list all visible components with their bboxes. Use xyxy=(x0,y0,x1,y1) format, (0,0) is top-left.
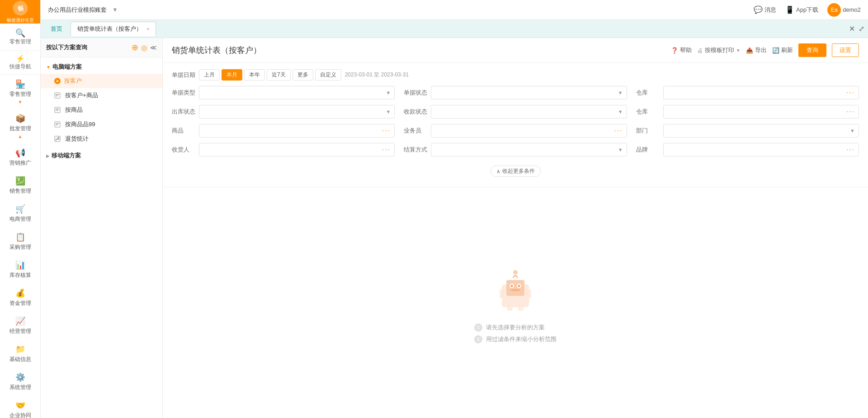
product-label: 商品 xyxy=(172,127,199,135)
operations-icon: 📈 xyxy=(15,316,25,326)
marketing-label: 营销推广 xyxy=(9,159,31,167)
last-month-button[interactable]: 上月 xyxy=(199,69,220,81)
left-panel-title: 按以下方案查询 xyxy=(46,43,87,52)
inventory-icon: 📊 xyxy=(15,260,25,270)
tab-sales-stats[interactable]: 销货单统计表（按客户） × xyxy=(71,22,156,36)
payment-method-select[interactable]: ▼ xyxy=(431,143,627,157)
svg-rect-3 xyxy=(56,94,59,95)
out-status-filter: 出库状态 ▼ xyxy=(172,105,395,119)
sidebar-item-sales[interactable]: 💹 销售管理 xyxy=(0,171,40,200)
settings-button[interactable]: 设置 xyxy=(832,43,859,57)
help-button[interactable]: ❓ 帮助 xyxy=(671,46,692,54)
sidebar-item-inventory[interactable]: 📊 库存核算 xyxy=(0,256,40,284)
out-status-label: 出库状态 xyxy=(172,108,199,116)
payment-method-chevron: ▼ xyxy=(618,147,623,152)
by-customer-dot: ● xyxy=(54,78,61,84)
salesperson-select[interactable]: ··· xyxy=(431,124,627,138)
svg-rect-22 xyxy=(500,289,503,298)
by-product-icon xyxy=(54,107,61,113)
ecommerce-label: 电商管理 xyxy=(9,215,31,223)
sidebar-item-basic[interactable]: 📁 基础信息 xyxy=(0,340,40,368)
payment-status-chevron: ▼ xyxy=(618,109,623,114)
collapse-filter-button[interactable]: ∧ 收起更多条件 xyxy=(491,166,541,177)
sidebar-item-operations[interactable]: 📈 经营管理 xyxy=(0,312,40,340)
sidebar-item-enterprise[interactable]: 🤝 企业协同 xyxy=(0,396,40,418)
sidebar-item-purchase[interactable]: 📋 采购管理 xyxy=(0,228,40,256)
sidebar-item-wholesale[interactable]: 📦 批发管理 ▲ xyxy=(0,109,40,143)
by-product-label: 按商品 xyxy=(65,106,83,114)
order-status-filter: 单据状态 ▼ xyxy=(404,86,627,100)
tree-item-by-product-99[interactable]: 按商品品99 xyxy=(41,117,162,132)
svg-point-20 xyxy=(518,285,520,287)
sidebar-item-finance[interactable]: 💰 资金管理 xyxy=(0,284,40,312)
sidebar-logo[interactable]: 畅 畅捷通好生意 xyxy=(0,0,41,24)
collapse-panel-button[interactable]: ≪ xyxy=(150,44,157,51)
right-panel: 销货单统计表（按客户） ❓ 帮助 🖨 按模板打印 ▼ 📤 导出 xyxy=(163,38,868,418)
tree-item-by-product[interactable]: 按商品 xyxy=(41,103,162,117)
export-button[interactable]: 📤 导出 xyxy=(746,46,767,54)
add-scheme-button[interactable]: ⊕ xyxy=(132,43,138,52)
sidebar-item-marketing[interactable]: 📢 营销推广 xyxy=(0,143,40,171)
payment-status-label: 收款状态 xyxy=(404,108,431,116)
department-label: 部门 xyxy=(636,127,663,135)
this-year-button[interactable]: 本年 xyxy=(244,69,265,81)
setting-scheme-button[interactable]: ◎ xyxy=(141,43,147,52)
retail-label: 零售管理 xyxy=(9,90,31,98)
brand-select[interactable]: ··· xyxy=(663,143,859,157)
sidebar-item-system[interactable]: ⚙️ 系统管理 xyxy=(0,368,40,396)
main-area: 办公用品行业模拟账套 ▼ 💬 消息 📱 App下载 Ea demo2 首页 xyxy=(41,0,868,418)
tab-close-button[interactable]: × xyxy=(146,26,149,32)
print-button[interactable]: 🖨 按模板打印 ▼ xyxy=(697,46,741,54)
finance-icon: 💰 xyxy=(15,288,25,298)
app-download-button[interactable]: 📱 App下载 xyxy=(785,5,818,14)
more-date-button[interactable]: 更多 xyxy=(292,69,313,81)
query-button[interactable]: 查询 xyxy=(798,43,826,57)
refresh-button[interactable]: 🔄 刷新 xyxy=(772,46,793,54)
order-status-label: 单据状态 xyxy=(404,89,431,97)
tree-item-return-stats[interactable]: 退货统计 xyxy=(41,132,162,146)
header-left: 办公用品行业模拟账套 ▼ xyxy=(48,6,118,14)
avatar-text: Ea xyxy=(831,7,838,13)
sidebar-search-nav[interactable]: 🔍 零售管理 xyxy=(0,24,40,51)
order-type-chevron: ▼ xyxy=(386,90,391,95)
by-customer-label: 按客户 xyxy=(64,77,82,85)
receiver-select[interactable]: ··· xyxy=(199,143,395,157)
tree-item-by-customer[interactable]: ● 按客户 xyxy=(41,74,162,88)
message-label: 消息 xyxy=(764,6,776,14)
desktop-group-header[interactable]: ▼ 电脑端方案 xyxy=(41,60,162,74)
product-filter: 商品 ··· xyxy=(172,124,395,138)
sidebar-item-ecommerce[interactable]: 🛒 电商管理 xyxy=(0,200,40,228)
quick-nav[interactable]: ⚡ 快捷导航 xyxy=(0,51,40,75)
export-icon: 📤 xyxy=(746,47,753,54)
payment-status-select[interactable]: ▼ xyxy=(431,105,627,119)
logo-icon: 畅 xyxy=(12,0,28,16)
export-label: 导出 xyxy=(755,46,767,54)
page-title: 销货单统计表（按客户） xyxy=(172,45,261,56)
tab-maximize-button[interactable]: ⤢ xyxy=(859,24,864,33)
filter-area: 单据日期 上月 本月 本年 近7天 更多 自定义 2023-03-01 至 20… xyxy=(163,63,868,187)
date-filter-row: 单据日期 上月 本月 本年 近7天 更多 自定义 2023-03-01 至 20… xyxy=(172,69,859,81)
order-type-select[interactable]: ▼ xyxy=(199,86,395,100)
retail-icon: 🏪 xyxy=(15,79,25,89)
warehouse-label: 仓库 xyxy=(636,89,663,97)
mobile-group-header[interactable]: ▶ 移动端方案 xyxy=(41,149,162,162)
sidebar-item-retail[interactable]: 🏪 零售管理 ▼ xyxy=(0,75,40,109)
tab-home[interactable]: 首页 xyxy=(44,22,69,36)
header-dropdown-icon[interactable]: ▼ xyxy=(112,6,118,13)
filter-row-1: 单据类型 ▼ 单据状态 ▼ 仓库 xyxy=(172,86,859,100)
warehouse-select-2[interactable]: ··· xyxy=(663,105,859,119)
department-select[interactable]: ▼ xyxy=(663,124,859,138)
product-select[interactable]: ··· xyxy=(199,124,395,138)
tree-item-by-customer-product[interactable]: 按客户+商品 xyxy=(41,88,162,103)
return-stats-label: 退货统计 xyxy=(65,135,89,143)
custom-date-button[interactable]: 自定义 xyxy=(315,69,341,81)
warehouse-select[interactable]: ··· xyxy=(663,86,859,100)
order-status-select[interactable]: ▼ xyxy=(431,86,627,100)
last-7days-button[interactable]: 近7天 xyxy=(267,69,291,81)
out-status-select[interactable]: ▼ xyxy=(199,105,395,119)
this-month-button[interactable]: 本月 xyxy=(222,69,242,81)
receiver-filter: 收货人 ··· xyxy=(172,143,395,157)
tab-close-window-button[interactable]: ✕ xyxy=(849,24,855,33)
user-menu-button[interactable]: Ea demo2 xyxy=(827,3,861,17)
message-button[interactable]: 💬 消息 xyxy=(754,5,776,14)
